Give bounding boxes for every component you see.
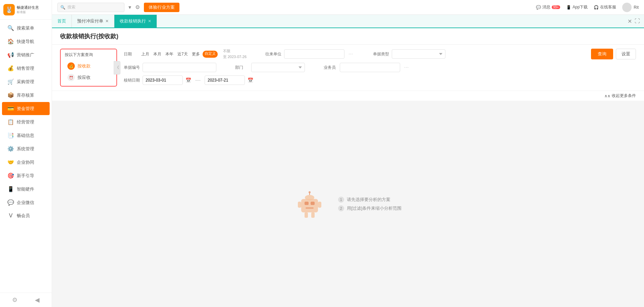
svg-rect-4 [298,202,301,208]
calendar-end-icon[interactable]: 📅 [248,78,253,83]
filter-row-2: 单据编号 部门 业务员 ··· [124,63,636,72]
collection-icon: 💰 [67,62,75,70]
logo-area: 🐰 畅捷通好生意 标准版 [0,0,52,20]
tab-prepay[interactable]: 预付冲应付单✕ [72,15,114,28]
sidebar-item-marketing[interactable]: 📢营销推广 [2,48,50,61]
topbar-search-box[interactable]: 🔍 搜索 [57,3,124,12]
search-icon: 🔍 [7,25,14,31]
filter-by-collection[interactable]: 💰 按收款 [65,60,112,72]
sidebar-item-search[interactable]: 🔍搜索菜单 [2,21,50,35]
dept-select[interactable] [251,63,305,72]
main-area: 🔍 搜索 ▾ ⚙ 体验行业方案 💬 消息 99+ 📱 App下载 🎧 在线客服 … [52,0,644,307]
sidebar-item-funds[interactable]: 💳资金管理 [2,102,50,115]
sidebar-item-inventory[interactable]: 📦库存核算 [2,89,50,102]
marketing-icon: 📢 [7,52,14,58]
user-info[interactable]: Rit [622,3,639,12]
staff-label: 业务员 [324,65,337,70]
svg-point-10 [309,191,311,193]
filter-area: 按以下方案查询 💰 按收款 ⏰ 按应收 《 日期 [52,45,644,91]
operations-icon: 📋 [7,119,14,125]
filter-form: 日期 上月 本月 本年 近7天 更多 自定义 不限 至 2023-07-26 [124,49,636,87]
sidebar-item-quicknav[interactable]: 🏠快捷导航 [2,35,50,48]
sidebar-item-hardware[interactable]: 📱智能硬件 [2,183,50,196]
filter-by-receivable[interactable]: ⏰ 按应收 [65,72,112,83]
tab-collection[interactable]: 收款核销执行✕ [114,15,157,28]
content-area: 收款核销执行(按收款) ↗ 导出 ↻ 刷新 按以下方案查询 💰 按收款 [52,28,644,307]
settings-bottom-icon[interactable]: ⚙ [12,296,17,304]
staff-dots[interactable]: ··· [403,64,410,70]
date-end-display: 至 2023-07-26 [223,54,247,59]
sidebar-item-operations[interactable]: 📋经营管理 [2,115,50,129]
search-placeholder-text: 搜索 [67,4,75,10]
sidebar-item-sales[interactable]: 💰销售管理 [2,62,50,75]
sidebar-label-hardware: 智能硬件 [17,186,34,192]
online-service-button[interactable]: 🎧 在线客服 [594,4,616,10]
tab-label-home: 首页 [57,18,66,24]
sidebar-label-wechat: 企业微信 [17,200,34,206]
query-button[interactable]: 查询 [591,49,613,59]
sidebar-item-system[interactable]: ⚙️系统管理 [2,142,50,155]
message-button[interactable]: 💬 消息 99+ [536,4,560,10]
member-icon: V [7,213,14,219]
doc-num-input[interactable] [143,63,216,72]
svg-rect-6 [305,212,308,218]
system-icon: ⚙️ [7,146,14,152]
sidebar-label-funds: 资金管理 [17,106,34,112]
partner-dots[interactable]: ··· [347,51,354,57]
close-tab-icon[interactable]: ✕ [628,18,632,24]
dropdown-icon[interactable]: ▾ [128,4,131,10]
sidebar-item-purchase[interactable]: 🛒采购管理 [2,75,50,88]
calendar-start-icon[interactable]: 📅 [185,78,191,83]
empty-illustration [294,189,325,219]
date-more[interactable]: 更多 [191,51,201,58]
date-7days[interactable]: 近7天 [176,51,189,58]
doc-type-select[interactable] [392,49,445,59]
sidebar-item-basic[interactable]: 📑基础信息 [2,129,50,142]
collapse-sidebar-icon[interactable]: ◀ [35,296,40,304]
staff-input[interactable] [340,63,400,72]
verify-date-start[interactable] [143,75,183,85]
date-this-year[interactable]: 本年 [164,51,175,58]
panel-collapse-btn[interactable]: 《 [114,61,120,74]
inventory-icon: 📦 [7,92,14,98]
dept-label: 部门 [235,65,249,70]
tabbar: 首页预付冲应付单✕收款核销执行✕ ✕ ⛶ [52,15,644,28]
tip-num-1: 1 [338,197,344,203]
tab-home[interactable]: 首页 [52,15,72,28]
guide-icon: 🎯 [7,172,14,179]
sidebar-item-cooperation[interactable]: 🤝企业协同 [2,156,50,169]
robot-svg [294,189,325,219]
partner-input[interactable] [284,49,344,59]
doc-num-filter: 单据编号 [124,63,216,72]
message-icon: 💬 [536,5,541,10]
app-download-button[interactable]: 📱 App下载 [566,4,588,10]
svg-rect-7 [311,212,315,218]
svg-rect-2 [311,202,315,205]
date-this-month[interactable]: 本月 [152,51,163,58]
sidebar-label-operations: 经营管理 [17,119,34,125]
service-icon: 🎧 [594,5,599,10]
logo-badge: 标准版 [17,10,39,14]
topbar-right-area: 💬 消息 99+ 📱 App下载 🎧 在线客服 Rit [536,3,639,12]
date-last-month[interactable]: 上月 [140,51,151,58]
sidebar-item-guide[interactable]: 🎯新手引导 [2,169,50,182]
tab-close-collection[interactable]: ✕ [148,19,151,23]
date-custom-tag[interactable]: 自定义 [203,51,218,58]
empty-tips: 1 请先选择要分析的方案 2 用[过滤]条件来缩小分析范围 [338,197,401,211]
empty-tip-2: 2 用[过滤]条件来缩小分析范围 [338,205,401,211]
sidebar-label-guide: 新手引导 [17,173,34,179]
date-no-limit-text: 不限 [223,49,247,54]
fullscreen-icon[interactable]: ⛶ [635,18,640,24]
settings-button[interactable]: 设置 [616,49,636,59]
solution-button[interactable]: 体验行业方案 [144,3,179,12]
sidebar-item-wechat[interactable]: 💬企业微信 [2,196,50,209]
verify-date-end[interactable] [205,75,245,85]
tab-close-prepay[interactable]: ✕ [105,19,109,23]
gear-icon[interactable]: ⚙ [135,4,140,10]
app-icon: 📱 [566,5,571,10]
partner-filter: 往来单位 ··· [265,49,354,59]
sidebar-item-member[interactable]: V畅会员 [2,209,50,222]
tab-label-prepay: 预付冲应付单 [77,18,103,24]
doc-type-label: 单据类型 [373,51,389,57]
collapse-more-button[interactable]: ∧∧ 收起更多条件 [604,93,636,99]
